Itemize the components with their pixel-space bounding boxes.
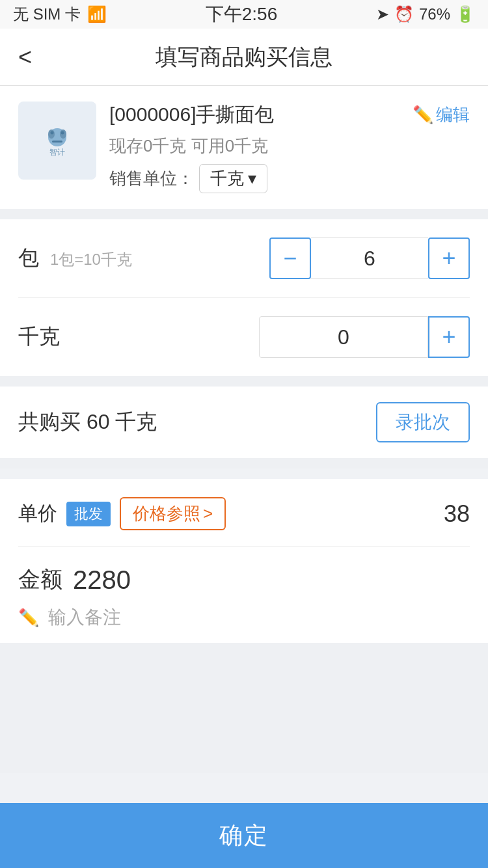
sim-status: 无 SIM 卡 bbox=[13, 4, 81, 25]
product-unit: 销售单位： 千克 ▾ bbox=[109, 164, 470, 193]
price-section: 单价 批发 价格参照 > 38 bbox=[0, 479, 488, 547]
product-info: [0000006]手撕面包 ✏️ 编辑 现存0千克 可用0千克 销售单位： 千克… bbox=[109, 102, 470, 193]
divider-1 bbox=[0, 209, 488, 219]
divider-3 bbox=[0, 458, 488, 468]
empty-area bbox=[0, 643, 488, 773]
price-row: 单价 批发 价格参照 > 38 bbox=[18, 497, 470, 547]
amount-section: 金额 2280 ✏️ 输入备注 bbox=[0, 547, 488, 643]
svg-point-3 bbox=[51, 131, 54, 135]
status-right: ➤ ⏰ 76% 🔋 bbox=[376, 5, 475, 23]
bao-hint: 1包=10千克 bbox=[50, 251, 132, 268]
confirm-button[interactable]: 确定 bbox=[0, 803, 488, 868]
edit-icon: ✏️ bbox=[413, 105, 433, 125]
status-left: 无 SIM 卡 📶 bbox=[13, 4, 107, 25]
nav-bar: < 填写商品购买信息 bbox=[0, 29, 488, 86]
location-icon: ➤ bbox=[376, 5, 389, 23]
wifi-icon: 📶 bbox=[87, 5, 107, 23]
kg-increment-button[interactable]: + bbox=[428, 316, 470, 358]
price-value: 38 bbox=[444, 500, 470, 528]
amount-value: 2280 bbox=[73, 565, 131, 595]
amount-row: 金额 2280 bbox=[18, 565, 470, 595]
kg-row: 千克 + bbox=[18, 298, 470, 376]
remark-placeholder: 输入备注 bbox=[48, 605, 121, 630]
kg-input[interactable] bbox=[259, 316, 428, 358]
status-bar: 无 SIM 卡 📶 下午2:56 ➤ ⏰ 76% 🔋 bbox=[0, 0, 488, 29]
back-button[interactable]: < bbox=[18, 44, 32, 71]
divider-2 bbox=[0, 376, 488, 387]
kg-label: 千克 bbox=[18, 323, 259, 351]
input-section: 包 1包=10千克 − + 千克 + bbox=[0, 219, 488, 376]
alarm-icon: ⏰ bbox=[394, 5, 414, 23]
status-time: 下午2:56 bbox=[206, 2, 278, 27]
svg-point-4 bbox=[61, 131, 64, 135]
chevron-right-icon: > bbox=[203, 504, 213, 524]
battery-icon: 🔋 bbox=[455, 5, 475, 23]
bao-increment-button[interactable]: + bbox=[428, 237, 470, 279]
product-image: 智计 bbox=[18, 102, 96, 180]
product-section: 智计 [0000006]手撕面包 ✏️ 编辑 现存0千克 可用0千克 销售单位：… bbox=[0, 86, 488, 209]
bao-input[interactable] bbox=[311, 237, 428, 279]
dropdown-icon: ▾ bbox=[248, 169, 256, 189]
price-ref-button[interactable]: 价格参照 > bbox=[120, 497, 226, 530]
bao-label: 包 1包=10千克 bbox=[18, 244, 269, 273]
kg-qty-control: + bbox=[259, 316, 470, 358]
product-stock: 现存0千克 可用0千克 bbox=[109, 135, 470, 157]
svg-text:智计: 智计 bbox=[49, 148, 65, 157]
unit-select[interactable]: 千克 ▾ bbox=[199, 164, 267, 193]
price-label: 单价 bbox=[18, 500, 57, 527]
amount-label: 金额 bbox=[18, 565, 62, 595]
batch-button[interactable]: 录批次 bbox=[376, 402, 470, 442]
total-amount: 60 bbox=[87, 410, 110, 433]
bao-decrement-button[interactable]: − bbox=[269, 237, 311, 279]
remark-row[interactable]: ✏️ 输入备注 bbox=[18, 605, 470, 630]
page-title: 填写商品购买信息 bbox=[156, 42, 332, 72]
total-section: 共购买 60 千克 录批次 bbox=[0, 387, 488, 458]
bao-row: 包 1包=10千克 − + bbox=[18, 219, 470, 298]
price-badge: 批发 bbox=[66, 502, 111, 526]
bao-qty-control: − + bbox=[269, 237, 470, 279]
svg-rect-5 bbox=[52, 141, 62, 142]
total-text: 共购买 60 千克 bbox=[18, 408, 157, 437]
edit-link[interactable]: ✏️ 编辑 bbox=[413, 103, 470, 126]
battery-level: 76% bbox=[419, 5, 450, 23]
pencil-icon: ✏️ bbox=[18, 608, 39, 628]
product-name: [0000006]手撕面包 bbox=[109, 102, 274, 128]
